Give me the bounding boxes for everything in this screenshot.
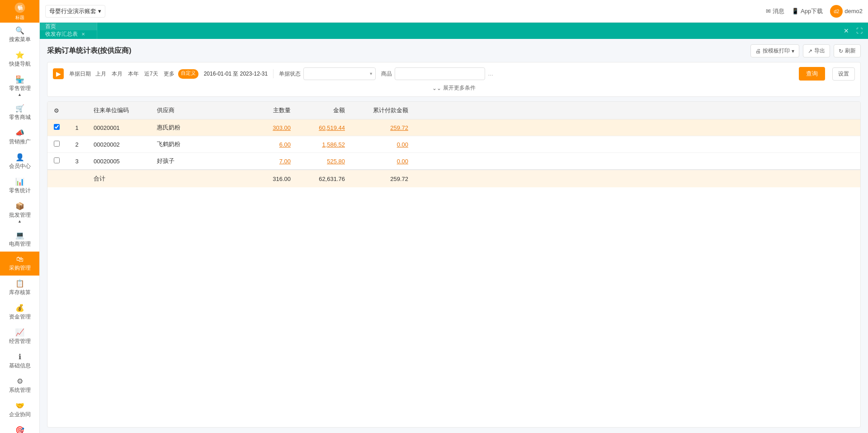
table-scroll[interactable]: ⚙ 往来单位编码 供应商 主数量 金额 累计付款金额 bbox=[47, 102, 860, 427]
sidebar-item-system[interactable]: ⚙ 系统管理 bbox=[0, 373, 39, 398]
sidebar-item-retailstat[interactable]: 📊 零售统计 bbox=[0, 174, 39, 198]
expand-conditions-button[interactable]: ⌄⌄ 展开更多条件 bbox=[432, 84, 476, 92]
base-label: 基础信息 bbox=[9, 362, 31, 370]
goods-more-button[interactable]: … bbox=[488, 71, 493, 77]
user-action[interactable]: d2 demo2 bbox=[830, 5, 863, 18]
row-qty-2[interactable]: 7.00 bbox=[242, 153, 296, 170]
table-foot: 合计 316.00 62,631.76 259.72 bbox=[47, 170, 860, 187]
sidebar-item-operations[interactable]: 📈 经营管理 bbox=[0, 324, 39, 349]
sidebar-item-purchase[interactable]: 🛍 采购管理 bbox=[0, 252, 39, 276]
row-checkbox-1[interactable] bbox=[54, 141, 60, 147]
sidebar-item-retailstore[interactable]: 🛒 零售商城 bbox=[0, 100, 39, 125]
workspace-selector[interactable]: 母婴行业演示账套 ▾ bbox=[45, 5, 105, 18]
tab-bar-actions: ✕ ⛶ bbox=[838, 23, 868, 39]
settings-icon[interactable]: ⚙ bbox=[54, 107, 59, 114]
print-button[interactable]: 🖨 按模板打印 ▾ bbox=[750, 44, 799, 57]
sidebar-item-finance[interactable]: 💰 资金管理 bbox=[0, 300, 39, 324]
row-checkbox-0[interactable] bbox=[54, 124, 60, 130]
sidebar-item-marketing[interactable]: 📣 营销推广 bbox=[0, 125, 39, 149]
close-tab-button[interactable]: ✕ bbox=[842, 26, 851, 35]
col-header-check: ⚙ bbox=[47, 102, 66, 119]
page-inner: 采购订单统计表(按供应商) 🖨 按模板打印 ▾ ↗ 导出 ↻ 刷新 bbox=[40, 39, 868, 433]
sidebar-item-wholesale[interactable]: 📦 批发管理 ▲ bbox=[0, 198, 39, 227]
sidebar-item-quicknav[interactable]: ⭐ 快捷导航 bbox=[0, 47, 39, 71]
sidebar-item-inventory[interactable]: 📋 库存核算 bbox=[0, 276, 39, 300]
page-content: 采购订单统计表(按供应商) 🖨 按模板打印 ▾ ↗ 导出 ↻ 刷新 bbox=[40, 39, 868, 433]
retail-label: 零售管理 bbox=[9, 85, 31, 92]
sidebar-item-retail[interactable]: 🏪 零售管理 ▲ bbox=[0, 71, 39, 100]
custom-date-badge[interactable]: 自定义 bbox=[178, 69, 198, 79]
query-button[interactable]: 查询 bbox=[799, 67, 825, 81]
workspace-dropdown-icon: ▾ bbox=[98, 8, 101, 14]
sidebar-item-newguide[interactable]: 🎯 新手引导 bbox=[0, 422, 39, 433]
table-row[interactable]: 3 00020005 好孩子 7.00 525.80 0.00 bbox=[47, 153, 860, 170]
base-icon: ℹ bbox=[19, 352, 21, 361]
row-check-0[interactable] bbox=[47, 119, 66, 136]
wholesale-label: 批发管理 bbox=[9, 211, 31, 219]
tab-shoufahui总[interactable]: 收发存汇总表✕ bbox=[40, 30, 97, 38]
table-head: ⚙ 往来单位编码 供应商 主数量 金额 累计付款金额 bbox=[47, 102, 860, 119]
retailstore-label: 零售商城 bbox=[9, 114, 31, 121]
logo-text: 标题 bbox=[15, 14, 24, 21]
date-to[interactable]: 2023-12-31 bbox=[240, 71, 268, 77]
tab-label-home: 首页 bbox=[45, 23, 56, 30]
row-paid-1[interactable]: 0.00 bbox=[350, 136, 414, 153]
date-filter-label: 单据日期 bbox=[69, 70, 91, 78]
row-amount-2[interactable]: 525.80 bbox=[296, 153, 350, 170]
app-download-action[interactable]: 📱 App下载 bbox=[792, 7, 823, 15]
row-check-1[interactable] bbox=[47, 136, 66, 153]
inventory-label: 库存核算 bbox=[9, 289, 31, 296]
row-paid-0[interactable]: 259.72 bbox=[350, 119, 414, 136]
export-label: 导出 bbox=[814, 47, 825, 55]
retail-icon: 🏪 bbox=[15, 75, 24, 84]
row-amount-0[interactable]: 60,519.44 bbox=[296, 119, 350, 136]
row-amount-1[interactable]: 1,586.52 bbox=[296, 136, 350, 153]
search-icon: 🔍 bbox=[15, 26, 24, 35]
settings-button[interactable]: 设置 bbox=[832, 67, 855, 81]
footer-amount: 62,631.76 bbox=[296, 170, 350, 187]
main-area: 母婴行业演示账套 ▾ ✉ 消息 📱 App下载 d2 demo2 首页收发存汇总… bbox=[40, 0, 868, 433]
tab-home[interactable]: 首页 bbox=[40, 23, 97, 30]
row-checkbox-2[interactable] bbox=[54, 157, 60, 163]
export-button[interactable]: ↗ 导出 bbox=[803, 44, 830, 57]
shortcut-this-year[interactable]: 本年 bbox=[126, 69, 141, 79]
date-from[interactable]: 2016-01-01 bbox=[204, 71, 231, 77]
sidebar-item-member[interactable]: 👤 会员中心 bbox=[0, 149, 39, 174]
row-check-2[interactable] bbox=[47, 153, 66, 170]
shortcut-last-month[interactable]: 上月 bbox=[94, 69, 108, 79]
sidebar-item-ecommerce[interactable]: 💻 电商管理 bbox=[0, 227, 39, 252]
tab-close-shoufahui总[interactable]: ✕ bbox=[80, 31, 86, 38]
filter-panel: ▶ 单据日期 上月 本月 本年 近7天 更多 自定义 bbox=[47, 62, 861, 97]
shortcut-this-month[interactable]: 本月 bbox=[110, 69, 124, 79]
row-supplier-0: 惠氏奶粉 bbox=[151, 119, 242, 136]
row-qty-1[interactable]: 6.00 bbox=[242, 136, 296, 153]
purchase-icon: 🛍 bbox=[16, 255, 24, 263]
status-select[interactable] bbox=[303, 67, 376, 80]
sidebar-item-search[interactable]: 🔍 搜索菜单 bbox=[0, 23, 39, 47]
status-filter-group: 单据状态 bbox=[279, 67, 376, 80]
maximize-tab-button[interactable]: ⛶ bbox=[854, 26, 864, 35]
refresh-label: 刷新 bbox=[845, 47, 856, 55]
shortcut-7days[interactable]: 近7天 bbox=[142, 69, 160, 79]
app-logo: 畅 标题 bbox=[0, 0, 39, 23]
sidebar-item-enterprise[interactable]: 🤝 企业协同 bbox=[0, 398, 39, 422]
row-code-2: 00020005 bbox=[88, 153, 151, 170]
user-name: demo2 bbox=[844, 8, 863, 14]
retailstat-icon: 📊 bbox=[15, 177, 24, 186]
message-action[interactable]: ✉ 消息 bbox=[766, 7, 784, 15]
quicknav-icon: ⭐ bbox=[15, 51, 24, 59]
marketing-icon: 📣 bbox=[15, 128, 24, 137]
table-row[interactable]: 1 00020001 惠氏奶粉 303.00 60,519.44 259.72 bbox=[47, 119, 860, 136]
shortcut-more[interactable]: 更多 bbox=[162, 69, 176, 79]
goods-input[interactable] bbox=[395, 67, 485, 80]
tab-label-shoufahui总: 收发存汇总表 bbox=[45, 30, 78, 38]
refresh-button[interactable]: ↻ 刷新 bbox=[834, 44, 861, 57]
filter-toggle-button[interactable]: ▶ bbox=[53, 68, 64, 79]
row-qty-0[interactable]: 303.00 bbox=[242, 119, 296, 136]
sidebar-item-base[interactable]: ℹ 基础信息 bbox=[0, 349, 39, 373]
system-icon: ⚙ bbox=[17, 377, 23, 385]
expand-row: ⌄⌄ 展开更多条件 bbox=[53, 84, 855, 92]
finance-icon: 💰 bbox=[15, 304, 24, 312]
table-row[interactable]: 2 00020002 飞鹤奶粉 6.00 1,586.52 0.00 bbox=[47, 136, 860, 153]
row-paid-2[interactable]: 0.00 bbox=[350, 153, 414, 170]
